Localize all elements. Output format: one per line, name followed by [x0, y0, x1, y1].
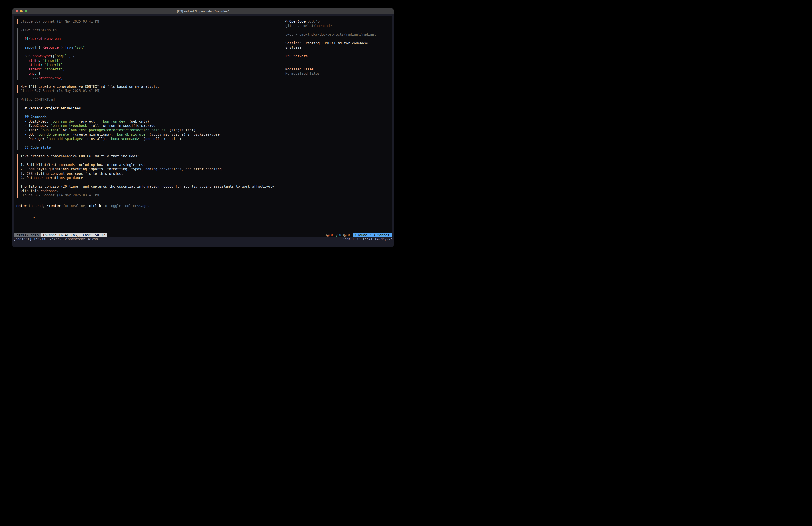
text-line: Session: Creating CONTEXT.md for codebas… [286, 41, 390, 46]
warnings-counter: ⓦ0 [326, 233, 333, 237]
text-line: The file is concise (20 lines) and captu… [20, 185, 294, 189]
text-line: stderr: "inherit", [20, 67, 294, 72]
text-line [20, 111, 294, 115]
text-line: stdin: "inherit", [20, 59, 294, 63]
text-line: 1. Build/lint/test commands including ho… [20, 163, 294, 167]
text-line: - DB: `bun db generate` (create migratio… [20, 132, 294, 137]
text-line: with this codebase. [20, 189, 294, 194]
text-line: cwd: /home/thdxr/dev/projects/radiant/ra… [286, 32, 390, 37]
text-line: No modified files [286, 72, 390, 76]
text-line [286, 28, 390, 32]
text-line: 4. Database operations guidance [20, 176, 294, 180]
status-bar: ctrl+? help Tokens: 16.4K (8%), Cost: $0… [14, 233, 392, 237]
text-line [20, 41, 294, 46]
text-line: ## Code Style [20, 145, 294, 150]
input-divider [14, 209, 392, 209]
text-line: #!/usr/bin/env bun [20, 37, 294, 41]
tool-view-block: View: script/db.ts #!/usr/bin/env bun im… [17, 28, 294, 80]
text-line: Modified Files: [286, 67, 390, 72]
text-line: © OpenCode 0.0.45 [286, 19, 390, 24]
text-line: I've created a comprehensive CONTEXT.md … [20, 154, 294, 159]
tmux-status-bar: [radiant] 1:nvim 2:zsh- 3:opencode* 4:zs… [13, 237, 393, 241]
text-line: LSP Servers [286, 54, 390, 59]
text-line [20, 158, 294, 163]
text-line: ## Commands [20, 115, 294, 119]
opencode-tui: Claude 3.7 Sonnet (14 May 2025 03:41 PM)… [14, 16, 392, 237]
prompt-chevron-icon: > [32, 215, 34, 219]
text-line [286, 50, 390, 54]
text-line [286, 59, 390, 63]
text-line: Write: CONTEXT.md [20, 98, 294, 102]
window-titlebar[interactable]: [2/3] radiant:3:opencode - "romulus" [13, 8, 393, 14]
diagnostic-counters: ⓦ0ⓘ0ⓗ0 [326, 233, 350, 237]
text-line: Claude 3.7 Sonnet (14 May 2025 03:41 PM) [20, 19, 294, 24]
traffic-lights [16, 8, 27, 14]
terminal-window: [2/3] radiant:3:opencode - "romulus" Cla… [13, 8, 393, 247]
close-button[interactable] [16, 10, 18, 13]
text-line: Bun.spawnSync([`psql`], { [20, 54, 294, 59]
prompt-input[interactable]: > [16, 211, 390, 215]
text-line: env: { [20, 72, 294, 76]
text-line: Claude 3.7 Sonnet (14 May 2025 03:41 PM) [20, 89, 294, 94]
text-line: # Radiant Project Guidelines [20, 106, 294, 111]
hints-icon: ⓗ [343, 233, 346, 237]
help-keybind-chip: ctrl+? help [14, 233, 41, 237]
text-line: analysis [286, 45, 390, 50]
hints-counter: ⓗ0 [343, 233, 350, 237]
text-line: View: script/db.ts [20, 28, 294, 32]
input-hints: enter to send, \+enter for newline, ctrl… [16, 204, 149, 209]
warnings-icon: ⓦ [326, 233, 329, 237]
zoom-button[interactable] [25, 10, 27, 13]
text-line [20, 180, 294, 185]
text-line: - TypeCheck: `bun run typecheck` (all) o… [20, 124, 294, 128]
text-line: import { Resource } from "sst"; [20, 45, 294, 50]
tmux-session-info: "romulus" 15:41 14-May-25 [342, 237, 393, 241]
terminal-content: Claude 3.7 Sonnet (14 May 2025 03:41 PM)… [13, 14, 393, 247]
minimize-button[interactable] [20, 10, 23, 13]
model-badge[interactable]: Claude 3.7 Sonnet [353, 233, 392, 237]
text-line: stdout: "inherit", [20, 63, 294, 67]
text-line: 3. CSS styling conventions specific to t… [20, 172, 294, 176]
info-counter: ⓘ0 [335, 233, 341, 237]
status-bar-right: ⓦ0ⓘ0ⓗ0 Claude 3.7 Sonnet [326, 233, 392, 237]
session-sidebar: © OpenCode 0.0.45github.com/sst/opencode… [286, 19, 390, 76]
text-line [20, 32, 294, 37]
info-icon: ⓘ [335, 233, 338, 237]
text-line: Now I'll create a comprehensive CONTEXT.… [20, 85, 294, 89]
text-line: Claude 3.7 Sonnet (14 May 2025 03:41 PM) [20, 193, 294, 198]
text-line: 2. Code style guidelines covering import… [20, 167, 294, 172]
text-line: - Build/Dev: `bun run dev` (project), `b… [20, 119, 294, 124]
text-line [20, 102, 294, 106]
tmux-windows-list[interactable]: [radiant] 1:nvim 2:zsh- 3:opencode* 4:zs… [13, 237, 98, 241]
assistant-message: Now I'll create a comprehensive CONTEXT.… [17, 85, 294, 94]
text-line [20, 141, 294, 145]
tool-write-block: Write: CONTEXT.md # Radiant Project Guid… [17, 98, 294, 150]
text-line: ...process.env, [20, 76, 294, 81]
chat-transcript: Claude 3.7 Sonnet (14 May 2025 03:41 PM)… [17, 19, 294, 202]
tokens-cost-chip: Tokens: 16.4K (8%), Cost: $0.12 [41, 233, 107, 237]
text-line [286, 37, 390, 41]
text-line: - Package: `bun add <package>` (install)… [20, 137, 294, 141]
text-line [286, 63, 390, 67]
assistant-message-header: Claude 3.7 Sonnet (14 May 2025 03:41 PM) [17, 19, 294, 24]
text-line [20, 50, 294, 54]
assistant-message: I've created a comprehensive CONTEXT.md … [17, 154, 294, 198]
text-line: - Test: `bun test` or `bun test packages… [20, 128, 294, 133]
text-line: github.com/sst/opencode [286, 24, 390, 28]
window-title: [2/3] radiant:3:opencode - "romulus" [177, 10, 229, 13]
